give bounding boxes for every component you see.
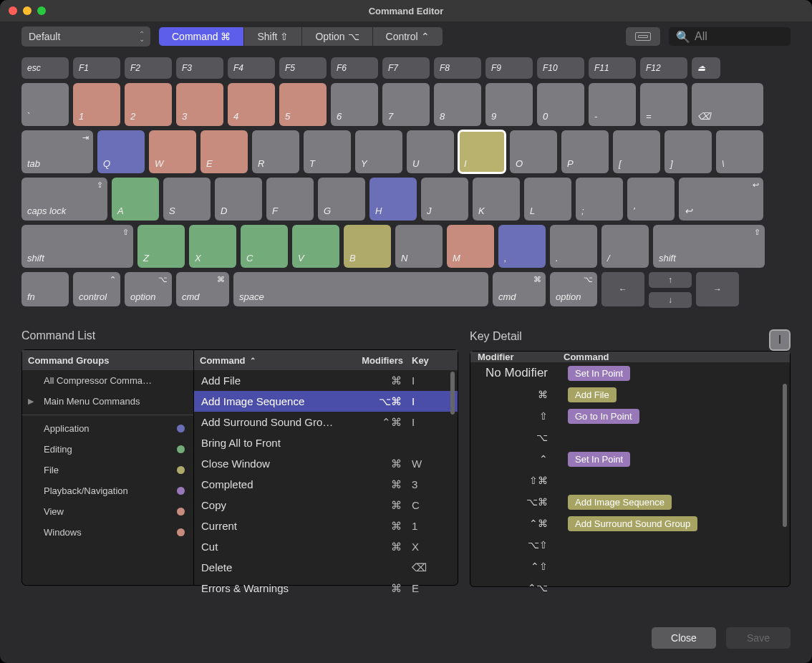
key-r[interactable]: R [252, 130, 299, 173]
group-item[interactable]: ▶Main Menu Commands [22, 391, 193, 412]
key-e[interactable]: E [200, 130, 248, 173]
detail-row[interactable]: No ModifierSet In Point [470, 362, 790, 384]
detail-row[interactable]: ⌥⇧ [470, 534, 790, 556]
key-f2[interactable]: F2 [125, 57, 172, 79]
scrollbar[interactable] [450, 372, 456, 584]
key-8[interactable]: 8 [434, 83, 481, 126]
key-[interactable]: = [640, 83, 687, 126]
save-button[interactable]: Save [726, 627, 791, 649]
command-row[interactable]: Close Window⌘W [194, 453, 458, 474]
preset-select[interactable]: Default ⌃⌄ [21, 26, 150, 47]
key-f9[interactable]: F9 [485, 57, 533, 79]
key-3[interactable]: 3 [176, 83, 223, 126]
key-[interactable]: \ [716, 130, 763, 173]
key-b[interactable]: B [344, 225, 391, 268]
key-i[interactable]: I [458, 130, 506, 173]
modifier-option[interactable]: Option ⌥ [302, 27, 372, 46]
key-cmd[interactable]: cmd⌘ [493, 272, 546, 306]
group-item[interactable]: View [22, 501, 193, 522]
close-button[interactable]: Close [652, 627, 716, 649]
group-item[interactable]: Playback/Navigation [22, 480, 193, 501]
group-item[interactable]: Editing [22, 439, 193, 460]
key-f5[interactable]: F5 [279, 57, 327, 79]
key-q[interactable]: Q [97, 130, 145, 173]
detail-row[interactable]: ⌥⌘Add Image Sequence [470, 491, 790, 513]
key-f1[interactable]: F1 [73, 57, 120, 79]
key-[interactable]: ; [576, 178, 623, 221]
key-f7[interactable]: F7 [382, 57, 430, 79]
key-cmd[interactable]: cmd⌘ [176, 272, 229, 306]
key-5[interactable]: 5 [279, 83, 327, 126]
key-space[interactable]: space [233, 272, 488, 306]
key-c[interactable]: C [241, 225, 288, 268]
command-row[interactable]: Add Image Sequence⌥⌘I [194, 391, 458, 412]
key-tab[interactable]: tab⇥ [21, 130, 93, 173]
arrow-key[interactable]: → [696, 272, 739, 306]
key-y[interactable]: Y [355, 130, 402, 173]
group-item[interactable]: All Compressor Comma… [22, 370, 193, 391]
key-m[interactable]: M [447, 225, 494, 268]
close-window-icon[interactable] [9, 6, 17, 15]
keyboard-highlight-button[interactable] [626, 27, 660, 46]
key-shift[interactable]: shift⇧ [653, 225, 765, 268]
command-row[interactable]: Errors & Warnings⌘E [194, 578, 458, 599]
col-modifiers-header[interactable]: Modifiers [354, 355, 412, 366]
key-esc[interactable]: esc [21, 57, 69, 79]
key-[interactable]: ↩↩ [679, 178, 763, 221]
arrow-key[interactable]: ↓ [649, 292, 692, 308]
key-capslock[interactable]: caps lock⇪ [21, 178, 107, 221]
modifier-control[interactable]: Control ⌃ [373, 27, 443, 46]
detail-row[interactable]: ⇧Go to In Point [470, 405, 790, 427]
group-item[interactable]: Application [22, 418, 193, 439]
detail-row[interactable]: ⌥ [470, 427, 790, 448]
arrow-key[interactable]: ↑ [649, 272, 692, 288]
key-9[interactable]: 9 [485, 83, 533, 126]
key-4[interactable]: 4 [228, 83, 275, 126]
detail-row[interactable]: ⌃⇧ [470, 556, 790, 577]
key-t[interactable]: T [304, 130, 351, 173]
detail-row[interactable]: ⇧⌘ [470, 470, 790, 491]
key-6[interactable]: 6 [331, 83, 378, 126]
key-h[interactable]: H [369, 178, 417, 221]
scrollbar[interactable] [783, 384, 788, 597]
command-row[interactable]: Copy⌘C [194, 495, 458, 516]
key-s[interactable]: S [163, 178, 211, 221]
detail-row[interactable]: ⌘Add File [470, 384, 790, 405]
key-f11[interactable]: F11 [589, 57, 636, 79]
command-row[interactable]: Bring All to Front [194, 432, 458, 453]
zoom-window-icon[interactable] [37, 6, 46, 15]
key-a[interactable]: A [112, 178, 159, 221]
key-7[interactable]: 7 [382, 83, 430, 126]
search-input[interactable]: 🔍 All [669, 27, 791, 46]
key-option[interactable]: option⌥ [550, 272, 597, 306]
key-option[interactable]: option⌥ [125, 272, 172, 306]
key-[interactable]: ] [664, 130, 712, 173]
key-[interactable]: / [601, 225, 649, 268]
key-n[interactable]: N [395, 225, 443, 268]
command-row[interactable]: Add File⌘I [194, 370, 458, 391]
command-row[interactable]: Cut⌘X [194, 536, 458, 557]
key-fn[interactable]: fn [21, 272, 69, 306]
key-v[interactable]: V [292, 225, 339, 268]
command-row[interactable]: Add Surround Sound Gro…⌃⌘I [194, 412, 458, 432]
key-p[interactable]: P [561, 130, 609, 173]
key-g[interactable]: G [318, 178, 365, 221]
key-2[interactable]: 2 [125, 83, 172, 126]
group-item[interactable]: Windows [22, 522, 193, 543]
key-j[interactable]: J [421, 178, 468, 221]
key-f8[interactable]: F8 [434, 57, 481, 79]
key-x[interactable]: X [189, 225, 236, 268]
key-shift[interactable]: shift⇧ [21, 225, 133, 268]
group-item[interactable]: File [22, 460, 193, 480]
key-[interactable]: ⌫ [692, 83, 763, 126]
key-[interactable]: [ [613, 130, 660, 173]
col-key-header[interactable]: Key [412, 355, 448, 366]
key-l[interactable]: L [524, 178, 571, 221]
modifier-command[interactable]: Command ⌘ [159, 27, 244, 46]
key-[interactable]: ` [21, 83, 69, 126]
command-row[interactable]: Delete⌫ [194, 557, 458, 578]
key-f4[interactable]: F4 [228, 57, 275, 79]
modifier-shift[interactable]: Shift ⇧ [244, 27, 302, 46]
detail-row[interactable]: ⌃⌥ [470, 577, 790, 599]
key-f10[interactable]: F10 [537, 57, 584, 79]
